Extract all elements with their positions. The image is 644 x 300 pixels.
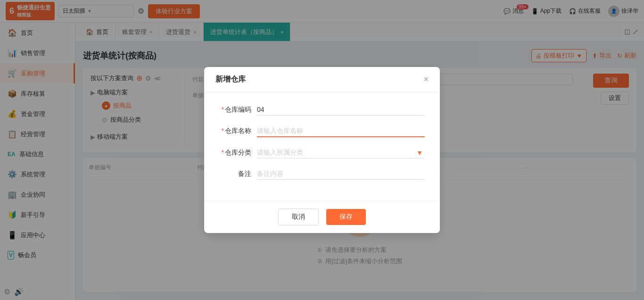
name-label: 仓库名称	[219, 127, 257, 135]
cancel-button[interactable]: 取消	[278, 208, 319, 225]
save-button[interactable]: 保存	[326, 209, 366, 225]
remark-label: 备注	[219, 170, 257, 178]
code-input[interactable]	[257, 104, 425, 116]
remark-input[interactable]	[257, 168, 425, 180]
modal-add-warehouse: 新增仓库 × 仓库编码 仓库名称 仓库分类 请输入所属分类 ▼	[204, 67, 440, 233]
form-row-name: 仓库名称	[219, 125, 425, 137]
code-label: 仓库编码	[219, 106, 257, 114]
modal-close-button[interactable]: ×	[423, 75, 429, 84]
modal-title: 新增仓库	[215, 75, 246, 84]
category-form-label: 仓库分类	[219, 149, 257, 157]
modal-body: 仓库编码 仓库名称 仓库分类 请输入所属分类 ▼ 备注	[204, 92, 440, 200]
form-row-remark: 备注	[219, 168, 425, 180]
modal-footer: 取消 保存	[204, 200, 440, 233]
category-select-wrapper: 请输入所属分类 ▼	[257, 147, 425, 158]
modal-header: 新增仓库 ×	[204, 67, 440, 92]
category-select[interactable]: 请输入所属分类	[257, 147, 425, 158]
form-row-category: 仓库分类 请输入所属分类 ▼	[219, 147, 425, 158]
modal-overlay[interactable]: 新增仓库 × 仓库编码 仓库名称 仓库分类 请输入所属分类 ▼	[0, 0, 644, 300]
form-row-code: 仓库编码	[219, 104, 425, 116]
name-input[interactable]	[257, 125, 425, 137]
